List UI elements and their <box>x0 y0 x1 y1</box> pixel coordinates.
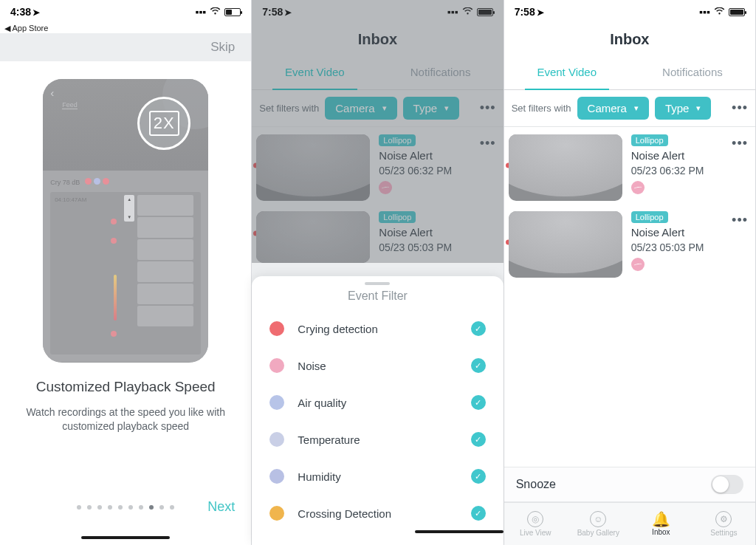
page-indicator[interactable] <box>77 505 174 510</box>
gallery-icon: ☺ <box>590 511 606 527</box>
check-icon[interactable]: ✓ <box>471 358 486 373</box>
chevron-down-icon: ▾ <box>696 103 701 113</box>
filter-label: Air quality <box>298 397 346 409</box>
home-indicator <box>415 530 504 533</box>
event-name: Noise Alert <box>631 226 748 239</box>
filter-prefix: Set filters with <box>512 103 571 114</box>
sheet-handle[interactable] <box>365 282 390 285</box>
filter-bar: Set filters with Camera▾ Type▾ ••• <box>504 90 755 127</box>
status-bar: 4:38➤ ▪▪▪ <box>0 0 251 24</box>
check-icon[interactable]: ✓ <box>471 395 486 410</box>
next-button[interactable]: Next <box>207 499 235 515</box>
wifi-icon <box>714 6 725 18</box>
filter-type-icon <box>269 321 284 336</box>
tab-notifications[interactable]: Notifications <box>630 55 755 89</box>
sheet-title: Event Filter <box>252 289 503 303</box>
event-item[interactable]: Lollipop Noise Alert 05/23 06:32 PM ••• <box>504 127 755 204</box>
onboarding-subtitle: Watch recordings at the speed you like w… <box>13 405 238 433</box>
event-more-icon[interactable]: ••• <box>732 213 748 228</box>
snooze-label: Snooze <box>516 478 556 491</box>
home-indicator <box>81 536 170 539</box>
preview-feed-label: Feed <box>62 101 78 109</box>
back-icon: ‹ <box>50 86 54 99</box>
more-icon[interactable]: ••• <box>732 100 748 116</box>
timeline-timestamp: 04:10:47AM <box>55 196 86 203</box>
onboarding-preview: ‹ Feed 2X Cry 78 dB 04:10:47AM ▲▼ <box>43 79 208 363</box>
inbox-filter-screen: 7:58➤ ▪▪▪ Inbox Event Video Notification… <box>252 0 504 545</box>
status-bar: 7:58➤ ▪▪▪ <box>504 0 755 24</box>
filter-label: Temperature <box>298 433 360 446</box>
page-title: Inbox <box>504 24 755 55</box>
filter-label: Humidity <box>298 470 340 483</box>
tab-live-view[interactable]: ◎Live View <box>504 503 567 545</box>
signal-icon: ▪▪▪ <box>699 6 710 18</box>
tab-inbox[interactable]: 🔔Inbox <box>630 503 693 545</box>
check-icon[interactable]: ✓ <box>471 432 486 447</box>
wifi-icon <box>210 6 221 18</box>
scroll-control: ▲▼ <box>124 195 134 222</box>
filter-type-icon <box>269 469 284 484</box>
event-camera-tag: Lollipop <box>631 134 668 146</box>
filter-row[interactable]: Air quality✓ <box>252 384 503 421</box>
modal-overlay[interactable] <box>252 0 503 263</box>
event-thumbnail[interactable] <box>509 211 622 278</box>
inbox-tabs: Event Video Notifications <box>504 55 755 90</box>
event-thumbnail[interactable] <box>509 134 622 201</box>
snooze-toggle[interactable] <box>711 475 743 494</box>
event-timestamp: 05/23 06:32 PM <box>631 165 748 176</box>
filter-type-icon <box>269 395 284 410</box>
tab-bar: ◎Live View ☺Baby Gallery 🔔Inbox ⚙Setting… <box>504 502 755 545</box>
signal-icon: ▪▪▪ <box>195 6 206 18</box>
filter-label: Crossing Detection <box>298 507 391 520</box>
event-camera-tag: Lollipop <box>631 211 668 223</box>
filter-type-icon <box>269 358 284 373</box>
battery-icon <box>729 8 745 16</box>
status-time: 4:38➤ <box>10 6 40 18</box>
check-icon[interactable]: ✓ <box>471 506 486 521</box>
event-name: Noise Alert <box>631 149 748 162</box>
filter-type-icon <box>269 432 284 447</box>
status-time: 7:58➤ <box>515 6 544 18</box>
camera-icon: ◎ <box>527 511 543 527</box>
filter-row[interactable]: Crossing Detection✓ <box>252 495 503 532</box>
filter-label: Noise <box>298 360 326 372</box>
event-item[interactable]: Lollipop Noise Alert 05/23 05:03 PM ••• <box>504 204 755 281</box>
filter-row[interactable]: Humidity✓ <box>252 458 503 495</box>
tab-event-video[interactable]: Event Video <box>504 55 630 89</box>
inbox-screen: 7:58➤ ▪▪▪ Inbox Event Video Notification… <box>504 0 756 545</box>
filter-row[interactable]: Temperature✓ <box>252 421 503 458</box>
noise-icon <box>631 258 645 271</box>
cry-db-label: Cry 78 dB <box>50 179 80 186</box>
chevron-down-icon: ▾ <box>634 103 639 113</box>
onboarding-title: Customized Playback Speed <box>36 379 216 395</box>
event-filter-sheet: Event Filter Crying detection✓Noise✓Air … <box>252 276 503 545</box>
battery-icon <box>224 8 241 16</box>
filter-row[interactable]: Noise✓ <box>252 347 503 384</box>
event-more-icon[interactable]: ••• <box>732 136 748 151</box>
breadcrumb[interactable]: ◀ App Store <box>0 24 251 33</box>
noise-icon <box>631 181 645 194</box>
event-list: Lollipop Noise Alert 05/23 06:32 PM ••• … <box>504 127 755 281</box>
event-timestamp: 05/23 05:03 PM <box>631 241 748 253</box>
onboarding-screen: 4:38➤ ▪▪▪ ◀ App Store Skip ‹ Feed 2X Cry… <box>0 0 252 545</box>
check-icon[interactable]: ✓ <box>471 321 486 336</box>
snooze-row: Snooze <box>504 467 755 502</box>
bell-icon: 🔔 <box>652 512 670 527</box>
playback-speed-badge: 2X <box>137 97 190 150</box>
filter-label: Crying detection <box>298 323 377 335</box>
check-icon[interactable]: ✓ <box>471 469 486 484</box>
location-icon: ➤ <box>32 7 40 18</box>
camera-filter-chip[interactable]: Camera▾ <box>577 97 649 120</box>
filter-type-icon <box>269 506 284 521</box>
gear-icon: ⚙ <box>715 511 732 527</box>
type-filter-chip[interactable]: Type▾ <box>655 97 712 120</box>
skip-button[interactable]: Skip <box>210 40 235 55</box>
tab-settings[interactable]: ⚙Settings <box>693 503 755 545</box>
tab-baby-gallery[interactable]: ☺Baby Gallery <box>567 503 630 545</box>
filter-row[interactable]: Crying detection✓ <box>252 310 503 347</box>
